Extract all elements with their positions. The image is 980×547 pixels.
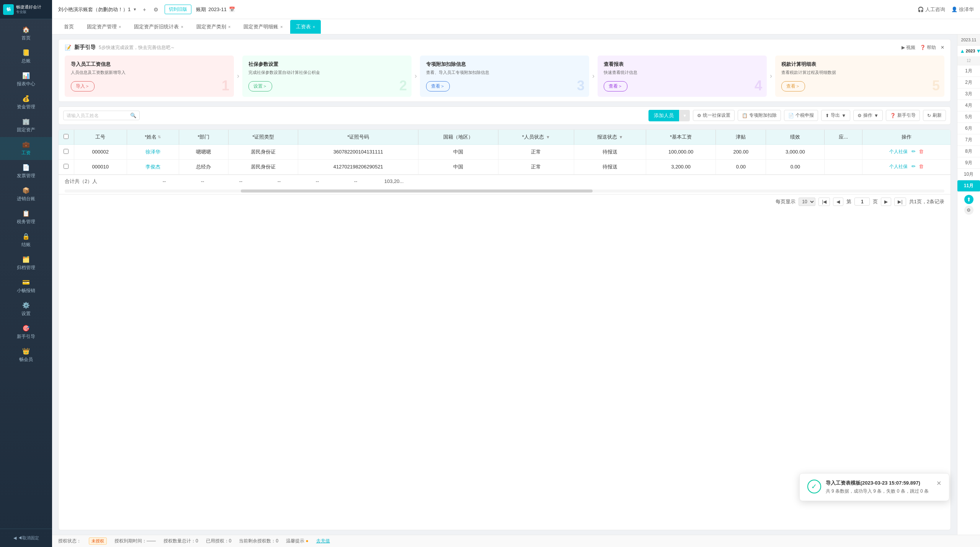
search-input[interactable] <box>67 113 128 118</box>
operate-btn[interactable]: ⚙ 操作 ▼ <box>853 110 883 121</box>
tab-close-icon[interactable]: × <box>228 24 230 29</box>
first-page-btn[interactable]: |◀ <box>818 198 830 206</box>
cal-month-1[interactable]: 1月 <box>957 65 980 77</box>
member-icon: 👑 <box>22 348 30 355</box>
settings-icon[interactable]: ⚙ <box>152 5 160 14</box>
cal-action-btn-1[interactable]: ⬆ <box>964 195 973 204</box>
sidebar-item-inventory[interactable]: 📦 进销台账 <box>0 183 52 206</box>
cell-name[interactable]: 徐泽华 <box>127 144 179 159</box>
toast-close-btn[interactable]: ✕ <box>936 480 941 487</box>
filter-icon[interactable]: ▼ <box>546 135 550 139</box>
step-btn[interactable]: 查看＞ <box>604 81 627 91</box>
cal-month-9[interactable]: 9月 <box>957 157 980 169</box>
step-num: 2 <box>399 78 407 94</box>
cal-month-4[interactable]: 4月 <box>957 100 980 111</box>
step-btn[interactable]: 查看＞ <box>426 81 450 91</box>
action-social-btn[interactable]: 个人社保 <box>889 149 908 154</box>
row-select-checkbox[interactable] <box>64 164 69 169</box>
cal-month-10[interactable]: 10月 <box>957 169 980 180</box>
guide-close-btn[interactable]: ✕ <box>941 45 944 50</box>
step-btn[interactable]: 设置＞ <box>248 81 272 91</box>
user-profile-btn[interactable]: 👤 徐泽华 <box>951 6 974 13</box>
sidebar-item-funds[interactable]: 💰 资金管理 <box>0 91 52 114</box>
step-btn[interactable]: 查看＞ <box>781 81 805 91</box>
cal-up-btn[interactable]: ▲ <box>959 47 966 55</box>
sidebar-item-home[interactable]: 🏠 首页 <box>0 22 52 45</box>
action-delete-icon[interactable]: 🗑 <box>919 163 924 169</box>
sidebar-item-expense[interactable]: 💳 小畅报销 <box>0 275 52 298</box>
social-insurance-btn[interactable]: ⚙ 统一社保设置 <box>693 110 735 121</box>
sidebar-item-ledger[interactable]: 📒 总账 <box>0 45 52 68</box>
account-dropdown-icon[interactable]: ▼ <box>133 7 137 11</box>
period-selector[interactable]: 账期 2023-11 📅 <box>196 6 235 13</box>
tab-asset-ledger[interactable]: 固定资产明细账 × <box>238 20 288 34</box>
cell-report-status: 待报送 <box>574 144 646 159</box>
cal-month-8[interactable]: 8月 <box>957 146 980 157</box>
tab-close-icon[interactable]: × <box>313 24 315 29</box>
next-page-btn[interactable]: ▶ <box>881 198 891 206</box>
tab-depreciation[interactable]: 固定资产折旧统计表 × <box>128 20 189 34</box>
sidebar-item-invoice[interactable]: 📄 发票管理 <box>0 160 52 183</box>
special-deduction-btn[interactable]: 📋 专项附加扣除 <box>738 110 781 121</box>
tab-payroll[interactable]: 工资表 × <box>290 20 321 34</box>
action-edit-icon[interactable]: ✏ <box>911 149 916 154</box>
select-all-checkbox[interactable] <box>64 134 69 139</box>
tab-fixed-assets[interactable]: 固定资产管理 × <box>81 20 127 34</box>
row-select-checkbox[interactable] <box>64 149 69 154</box>
tab-close-icon[interactable]: × <box>119 24 121 29</box>
sidebar-collapse-btn[interactable]: ◀ ◀取消固定 <box>0 532 52 544</box>
sidebar-item-settings[interactable]: ⚙️ 设置 <box>0 298 52 321</box>
sidebar-item-assets[interactable]: 🏢 固定资产 <box>0 114 52 137</box>
export-icon: ⬆ <box>825 113 829 118</box>
guide-video-btn[interactable]: ▶ 视频 <box>902 44 915 51</box>
action-edit-icon[interactable]: ✏ <box>911 163 916 169</box>
add-account-btn[interactable]: + <box>141 5 147 14</box>
action-social-btn[interactable]: 个人社保 <box>889 164 908 169</box>
version-switch-btn[interactable]: 切到旧版 <box>165 5 191 14</box>
cal-month-6[interactable]: 6月 <box>957 123 980 134</box>
last-page-btn[interactable]: ▶| <box>894 198 906 206</box>
tax-report-btn[interactable]: 📄 个税申报 <box>784 110 818 121</box>
per-page-select[interactable]: 10 <box>799 198 815 206</box>
sidebar-item-member[interactable]: 👑 畅会员 <box>0 344 52 367</box>
step-btn[interactable]: 导入＞ <box>71 81 95 91</box>
sidebar-item-payroll[interactable]: 💼 工资 <box>0 137 52 160</box>
action-delete-icon[interactable]: 🗑 <box>919 149 924 154</box>
account-selector[interactable]: 刘小艳演示账套（勿删勿动！）1 ▼ <box>58 6 137 13</box>
cal-month-2[interactable]: 2月 <box>957 77 980 88</box>
guide-help-btn[interactable]: ❓ 帮助 <box>920 44 936 51</box>
cal-month-11[interactable]: 11月 <box>957 180 980 192</box>
ai-consult-btn[interactable]: 🎧 人工咨询 <box>918 6 945 13</box>
cal-month-5[interactable]: 5月 <box>957 111 980 123</box>
tab-close-icon[interactable]: × <box>280 24 283 29</box>
tab-home[interactable]: 首页 <box>58 20 80 34</box>
sidebar-item-label: 首页 <box>21 35 31 41</box>
sidebar-item-guide[interactable]: 🎯 新手引导 <box>0 321 52 344</box>
cal-month-3[interactable]: 3月 <box>957 88 980 100</box>
sidebar-item-reports[interactable]: 📊 报表中心 <box>0 68 52 91</box>
cal-down-btn[interactable]: ▼ <box>975 47 980 55</box>
filter-icon-2[interactable]: ▼ <box>619 135 623 139</box>
cell-name[interactable]: 李俊杰 <box>127 159 179 174</box>
cal-month-7[interactable]: 7月 <box>957 134 980 146</box>
sort-icon[interactable]: ⇅ <box>158 135 161 139</box>
add-person-btn[interactable]: 添加人员 <box>648 110 679 121</box>
warning-icon: ● <box>305 538 308 544</box>
prev-page-btn[interactable]: ◀ <box>833 198 843 206</box>
tab-close-icon[interactable]: × <box>181 24 183 29</box>
sidebar-item-label: 新手引导 <box>17 333 35 340</box>
tab-asset-category[interactable]: 固定资产类别 × <box>191 20 236 34</box>
guide-btn[interactable]: ❓ 新手引导 <box>886 110 920 121</box>
charge-link[interactable]: 去充值 <box>316 538 330 544</box>
cal-month-prev[interactable]: 12 <box>957 56 980 65</box>
calendar-icon[interactable]: 📅 <box>229 7 235 12</box>
sidebar-item-closing[interactable]: 🔒 结账 <box>0 229 52 252</box>
horizontal-scrollbar[interactable] <box>241 189 593 193</box>
cal-action-btn-2[interactable]: ⚙ <box>964 206 973 215</box>
refresh-btn[interactable]: ↻ 刷新 <box>923 110 946 121</box>
sidebar-item-archive[interactable]: 🗂️ 归档管理 <box>0 252 52 275</box>
export-btn[interactable]: ⬆ 导出 ▼ <box>821 110 850 121</box>
sidebar-item-tax[interactable]: 📋 税务管理 <box>0 206 52 229</box>
page-number-input[interactable] <box>854 198 870 206</box>
add-person-dropdown-btn[interactable]: ▼ <box>679 110 690 121</box>
